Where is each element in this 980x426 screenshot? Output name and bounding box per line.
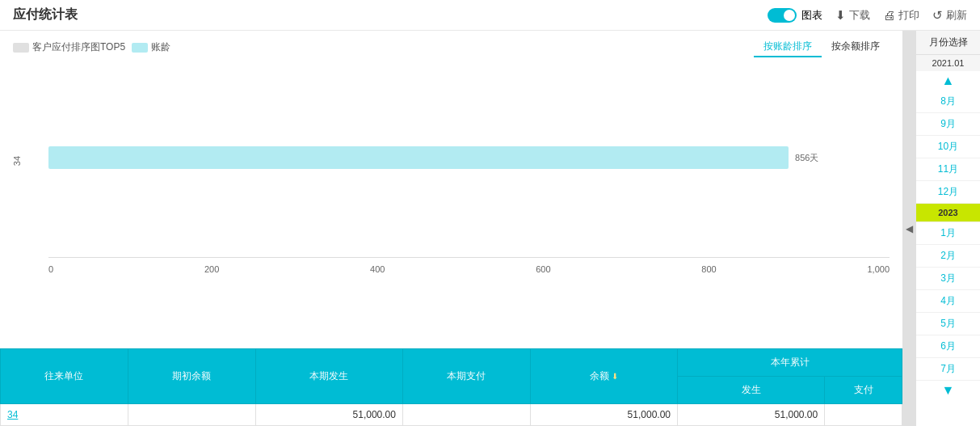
th-current-occ: 本期发生 <box>255 349 402 404</box>
sidebar-collapse-arrow[interactable]: ◀ <box>902 31 915 426</box>
legend-item-1: 账龄 <box>132 40 170 54</box>
x-tick-3: 600 <box>536 264 550 274</box>
sidebar-year-input[interactable] <box>916 55 980 71</box>
sidebar-month-3[interactable]: 3月 <box>916 268 980 290</box>
print-icon: 🖨 <box>883 8 895 22</box>
bar-0 <box>48 146 789 169</box>
y-axis-label: 34 <box>12 155 22 165</box>
sidebar-month-1[interactable]: 1月 <box>916 222 980 245</box>
chart-toggle-group: 图表 <box>768 8 822 23</box>
chart-area: 客户应付排序图TOP5 账龄 按账龄排序 按余额排序 34 <box>0 31 902 426</box>
x-tick-2: 400 <box>370 264 385 274</box>
x-tick-5: 1,000 <box>867 264 890 274</box>
legend-label-1: 账龄 <box>151 40 170 54</box>
x-axis-line <box>48 257 890 258</box>
sidebar-up-button[interactable] <box>916 71 980 91</box>
right-sidebar: 月份选择 8月 9月 10月 11月 12月 2023 1月 2月 3月 4月 … <box>915 31 980 426</box>
sidebar-month-11[interactable]: 11月 <box>916 158 980 181</box>
sidebar-month-6[interactable]: 6月 <box>916 335 980 358</box>
chart-legend: 客户应付排序图TOP5 账龄 <box>13 40 170 54</box>
chevron-up-icon <box>942 74 955 88</box>
sidebar-down-button[interactable] <box>916 381 980 400</box>
td-ytd-pay <box>825 404 902 426</box>
header: 应付统计表 图表 ⬇ 下载 🖨 打印 ↺ 刷新 <box>0 0 980 31</box>
download-button[interactable]: ⬇ 下载 <box>835 8 870 23</box>
th-unit: 往来单位 <box>1 349 128 404</box>
td-current-pay <box>402 404 530 426</box>
chart-toggle[interactable] <box>768 8 797 23</box>
chart-toggle-label: 图表 <box>801 8 822 23</box>
bar-row-0: 856天 <box>48 146 890 169</box>
x-tick-0: 0 <box>48 264 53 274</box>
main-content: 客户应付排序图TOP5 账龄 按账龄排序 按余额排序 34 <box>0 31 980 426</box>
sidebar-month-4[interactable]: 4月 <box>916 290 980 313</box>
header-actions: 图表 ⬇ 下载 🖨 打印 ↺ 刷新 <box>768 8 967 23</box>
chart-header: 客户应付排序图TOP5 账龄 按账龄排序 按余额排序 <box>0 31 902 64</box>
app-container: 应付统计表 图表 ⬇ 下载 🖨 打印 ↺ 刷新 <box>0 0 980 426</box>
chevron-down-icon <box>942 383 955 398</box>
th-ytd-pay: 支付 <box>825 377 902 404</box>
legend-color-1 <box>132 43 148 53</box>
x-axis-ticks: 0 200 400 600 800 1,000 <box>48 264 890 274</box>
x-tick-1: 200 <box>204 264 219 274</box>
sidebar-month-9[interactable]: 9月 <box>916 113 980 136</box>
chart-sort-tabs: 按账龄排序 按余额排序 <box>754 37 890 57</box>
sidebar-month-7[interactable]: 7月 <box>916 358 980 381</box>
download-icon: ⬇ <box>835 8 846 23</box>
sidebar-months-list: 8月 9月 10月 11月 12月 2023 1月 2月 3月 4月 5月 6月… <box>916 91 980 381</box>
sidebar-year-2023[interactable]: 2023 <box>916 204 980 222</box>
data-table: 往来单位 期初余额 本期发生 本期支付 余额 ⬇ 本年累计 发生 <box>0 348 902 426</box>
bar-chart-wrapper: 34 856天 0 200 400 600 800 <box>0 64 902 324</box>
refresh-button[interactable]: ↺ 刷新 <box>932 8 967 23</box>
td-balance: 51,000.00 <box>530 404 677 426</box>
balance-icon: ⬇ <box>612 372 618 381</box>
th-ytd-group: 本年累计 <box>678 349 902 377</box>
td-ytd-occ: 51,000.00 <box>678 404 825 426</box>
bar-end-label-0: 856天 <box>795 152 818 164</box>
th-current-pay: 本期支付 <box>402 349 530 404</box>
sidebar-month-12[interactable]: 12月 <box>916 181 980 204</box>
bar-chart-inner: 34 856天 0 200 400 600 800 <box>48 72 890 258</box>
sort-tab-age[interactable]: 按账龄排序 <box>754 37 822 57</box>
sidebar-month-5[interactable]: 5月 <box>916 313 980 335</box>
legend-color-0 <box>13 43 29 53</box>
sidebar-month-10[interactable]: 10月 <box>916 136 980 158</box>
legend-label-0: 客户应付排序图TOP5 <box>32 40 125 54</box>
table-area: 往来单位 期初余额 本期发生 本期支付 余额 ⬇ 本年累计 发生 <box>0 348 902 426</box>
th-balance: 余额 ⬇ <box>530 349 677 404</box>
td-opening <box>128 404 255 426</box>
page-title: 应付统计表 <box>13 6 78 23</box>
legend-item-0: 客户应付排序图TOP5 <box>13 40 125 54</box>
sidebar-month-8[interactable]: 8月 <box>916 91 980 113</box>
print-button[interactable]: 🖨 打印 <box>883 8 919 23</box>
x-tick-4: 800 <box>701 264 716 274</box>
sort-tab-balance[interactable]: 按余额排序 <box>822 37 890 57</box>
table-row: 34 51,000.00 51,000.00 51,000.00 <box>1 404 902 426</box>
td-current-occ: 51,000.00 <box>255 404 402 426</box>
th-ytd-occ: 发生 <box>678 377 825 404</box>
td-unit[interactable]: 34 <box>1 404 128 426</box>
sidebar-header: 月份选择 <box>916 31 980 55</box>
sidebar-month-2[interactable]: 2月 <box>916 245 980 268</box>
refresh-icon: ↺ <box>932 8 943 23</box>
th-opening: 期初余额 <box>128 349 255 404</box>
